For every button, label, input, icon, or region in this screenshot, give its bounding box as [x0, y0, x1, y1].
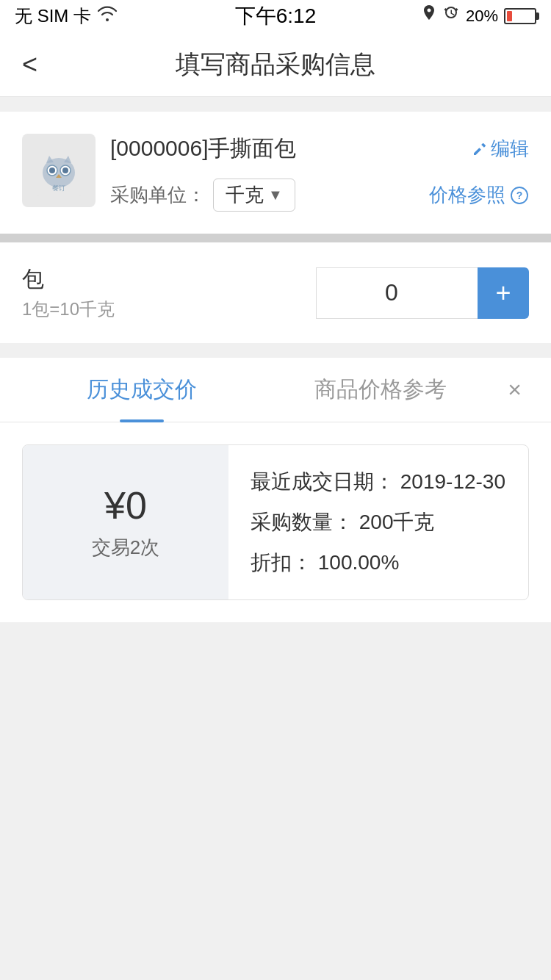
edit-icon — [472, 141, 488, 157]
unit-label: 采购单位： 千克 ▼ — [110, 179, 295, 212]
product-image: 餐订 — [22, 134, 96, 207]
unit-select-dropdown[interactable]: 千克 ▼ — [213, 179, 295, 212]
history-discount-row: 折扣： 100.00% — [251, 548, 506, 577]
location-icon — [422, 5, 436, 27]
status-right: 20% — [422, 5, 536, 27]
main-background — [0, 622, 551, 980]
battery-icon-container — [504, 8, 536, 24]
history-transaction-count: 交易2次 — [92, 535, 159, 561]
product-title-row: [0000006]手撕面包 编辑 — [110, 134, 529, 164]
quantity-unit-label: 包 — [22, 264, 115, 295]
status-bar: 无 SIM 卡 下午6:12 20% — [0, 0, 551, 32]
battery-icon — [504, 8, 536, 24]
help-icon: ? — [510, 186, 529, 205]
status-left: 无 SIM 卡 — [15, 4, 118, 28]
quantity-plus-button[interactable]: + — [478, 267, 529, 319]
purchase-qty-label: 采购数量： — [251, 511, 353, 533]
quantity-conversion-note: 1包=10千克 — [22, 298, 115, 321]
discount-label: 折扣： — [251, 551, 312, 574]
svg-point-4 — [49, 167, 55, 173]
quantity-row: 包 1包=10千克 + — [0, 242, 551, 343]
selected-unit: 千克 — [226, 182, 264, 208]
history-price-right: 最近成交日期： 2019-12-30 采购数量： 200千克 折扣： 100.0… — [228, 445, 528, 599]
product-unit-row: 采购单位： 千克 ▼ 价格参照 ? — [110, 179, 529, 212]
svg-point-5 — [62, 167, 68, 173]
svg-text:餐订: 餐订 — [52, 184, 65, 192]
product-logo: 餐订 — [33, 145, 84, 196]
quantity-input[interactable] — [316, 267, 478, 319]
price-reference-button[interactable]: 价格参照 ? — [429, 182, 529, 208]
wifi-icon — [97, 6, 118, 26]
quantity-input-group: + — [316, 267, 529, 319]
page-title: 填写商品采购信息 — [176, 48, 375, 82]
recent-date-value: 2019-12-30 — [400, 470, 505, 493]
tab-close-button[interactable]: × — [500, 369, 529, 411]
product-name: [0000006]手撕面包 — [110, 134, 296, 164]
dropdown-arrow-icon: ▼ — [268, 187, 283, 203]
product-header: 餐订 [0000006]手撕面包 编辑 采购单位： 千克 ▼ — [22, 134, 529, 212]
product-info: [0000006]手撕面包 编辑 采购单位： 千克 ▼ 价格 — [110, 134, 529, 212]
purchase-qty-value: 200千克 — [359, 511, 435, 533]
svg-text:?: ? — [516, 190, 523, 201]
history-recent-date-row: 最近成交日期： 2019-12-30 — [251, 467, 506, 496]
history-price-card: ¥0 交易2次 最近成交日期： 2019-12-30 采购数量： 200千克 折… — [22, 444, 529, 600]
history-price-left: ¥0 交易2次 — [23, 445, 228, 599]
alarm-icon — [442, 5, 460, 27]
edit-button[interactable]: 编辑 — [472, 136, 529, 162]
product-card: 餐订 [0000006]手撕面包 编辑 采购单位： 千克 ▼ — [0, 112, 551, 234]
tab-product-price-ref[interactable]: 商品价格参考 — [262, 358, 501, 422]
carrier-text: 无 SIM 卡 — [15, 4, 91, 28]
recent-date-label: 最近成交日期： — [251, 470, 395, 493]
quantity-label-group: 包 1包=10千克 — [22, 264, 115, 321]
back-button[interactable]: < — [22, 49, 37, 80]
status-time: 下午6:12 — [235, 2, 317, 30]
tabs-header: 历史成交价 商品价格参考 × — [0, 358, 551, 422]
nav-bar: < 填写商品采购信息 — [0, 32, 551, 97]
discount-value: 100.00% — [318, 551, 400, 574]
tabs-panel: 历史成交价 商品价格参考 × ¥0 交易2次 最近成交日期： 2019-12-3… — [0, 358, 551, 622]
history-purchase-qty-row: 采购数量： 200千克 — [251, 508, 506, 536]
battery-percentage: 20% — [466, 7, 498, 26]
battery-fill — [507, 11, 512, 21]
section-divider — [0, 234, 551, 242]
tab-content-history: ¥0 交易2次 最近成交日期： 2019-12-30 采购数量： 200千克 折… — [0, 422, 551, 622]
tab-history-price[interactable]: 历史成交价 — [22, 358, 262, 422]
history-price-value: ¥0 — [104, 483, 147, 527]
